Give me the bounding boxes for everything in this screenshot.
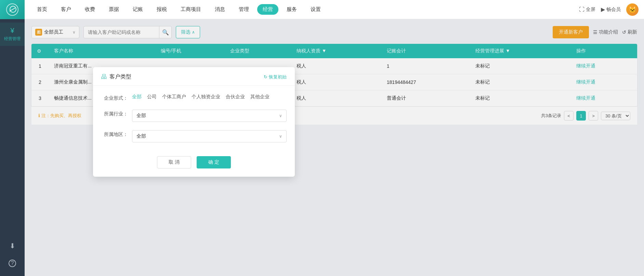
type-option-individual[interactable]: 个体工商户 — [162, 94, 186, 100]
type-option-all[interactable]: 全部 — [132, 94, 142, 100]
industry-arrow-icon: ∨ — [279, 113, 282, 118]
confirm-button[interactable]: 确 定 — [197, 156, 231, 168]
industry-form-row: 所属行业： 全部 ∨ — [101, 110, 287, 122]
nav-home[interactable]: 首页 — [31, 4, 53, 15]
nav-tax[interactable]: 报税 — [151, 4, 172, 15]
sidebar-item-operation[interactable]: ¥ 经营管理 — [0, 23, 25, 46]
nav-customer[interactable]: 客户 — [55, 4, 77, 15]
industry-select[interactable]: 全部 ∨ — [132, 110, 287, 122]
industry-label: 所属行业： — [101, 110, 132, 117]
sidebar-item-label: 经营管理 — [4, 36, 21, 42]
reset-icon: ↻ — [264, 74, 267, 79]
industry-select-area: 全部 ∨ — [132, 110, 287, 122]
region-select[interactable]: 全部 ∨ — [132, 130, 287, 142]
sidebar-bottom: ⬇ ? — [0, 238, 25, 276]
download-icon: ⬇ — [10, 242, 15, 250]
cancel-button[interactable]: 取 消 — [157, 156, 191, 168]
nav-items: 首页 客户 收费 票据 记账 报税 工商项目 消息 管理 经营 服务 设置 — [25, 4, 579, 15]
customer-type-modal: 品 客户类型 ↻ 恢复初始 企业形式： 全部 公司 个体工商户 个人独资企业 合… — [93, 67, 295, 177]
industry-value: 全部 — [136, 113, 146, 119]
fullscreen-label: 全屏 — [586, 7, 595, 13]
member-button[interactable]: ▶ 畅会员 — [601, 6, 621, 13]
top-navigation: 首页 客户 收费 票据 记账 报税 工商项目 消息 管理 经营 服务 设置 ⛶ … — [0, 0, 644, 19]
logo[interactable] — [0, 0, 25, 19]
enterprise-form-row: 企业形式： 全部 公司 个体工商户 个人独资企业 合伙企业 其他企业 — [101, 94, 287, 101]
modal-overlay: 品 客户类型 ↻ 恢复初始 企业形式： 全部 公司 个体工商户 个人独资企业 合… — [25, 19, 644, 276]
nav-management[interactable]: 管理 — [233, 4, 254, 15]
help-icon: ? — [9, 260, 16, 267]
nav-message[interactable]: 消息 — [209, 4, 231, 15]
sidebar-operation-icon: ¥ — [10, 27, 14, 35]
type-options-group: 全部 公司 个体工商户 个人独资企业 合伙企业 其他企业 — [132, 94, 287, 100]
type-option-company[interactable]: 公司 — [147, 94, 157, 100]
reset-label: 恢复初始 — [269, 74, 287, 80]
member-label: 畅会员 — [606, 7, 621, 13]
nav-billing[interactable]: 收费 — [79, 4, 101, 15]
modal-header: 品 客户类型 ↻ 恢复初始 — [93, 67, 295, 86]
modal-reset-button[interactable]: ↻ 恢复初始 — [264, 74, 287, 80]
sidebar-download[interactable]: ⬇ — [0, 238, 25, 253]
nav-business[interactable]: 工商项目 — [175, 4, 207, 15]
type-option-partnership[interactable]: 合伙企业 — [226, 94, 245, 100]
logo-icon — [6, 3, 18, 16]
region-select-area: 全部 ∨ — [132, 130, 287, 142]
modal-title-icon: 品 — [101, 73, 107, 80]
modal-body: 企业形式： 全部 公司 个体工商户 个人独资企业 合伙企业 其他企业 所属行业： — [93, 86, 295, 151]
fullscreen-button[interactable]: ⛶ 全屏 — [579, 7, 595, 13]
nav-service[interactable]: 服务 — [281, 4, 302, 15]
nav-invoice[interactable]: 票据 — [103, 4, 124, 15]
modal-title-area: 品 客户类型 — [101, 73, 131, 80]
sidebar-help[interactable]: ? — [0, 256, 25, 271]
nav-right: ⛶ 全屏 ▶ 畅会员 🐱 — [579, 3, 644, 16]
modal-title: 客户类型 — [109, 73, 131, 80]
type-option-sole[interactable]: 个人独资企业 — [192, 94, 220, 100]
region-arrow-icon: ∨ — [279, 134, 282, 139]
region-form-row: 所属地区： 全部 ∨ — [101, 130, 287, 142]
nav-operation[interactable]: 经营 — [257, 4, 278, 15]
nav-settings[interactable]: 设置 — [305, 4, 326, 15]
type-option-other[interactable]: 其他企业 — [250, 94, 270, 100]
region-value: 全部 — [136, 133, 146, 139]
nav-bookkeeping[interactable]: 记账 — [127, 4, 148, 15]
sidebar: ¥ 经营管理 ⬇ ? — [0, 19, 25, 276]
enterprise-options: 全部 公司 个体工商户 个人独资企业 合伙企业 其他企业 — [132, 94, 287, 100]
avatar[interactable]: 🐱 — [626, 3, 639, 16]
member-icon: ▶ — [601, 6, 605, 13]
modal-footer: 取 消 确 定 — [93, 151, 295, 177]
fullscreen-icon: ⛶ — [579, 7, 584, 13]
region-label: 所属地区： — [101, 130, 132, 138]
enterprise-form-label: 企业形式： — [101, 94, 132, 101]
